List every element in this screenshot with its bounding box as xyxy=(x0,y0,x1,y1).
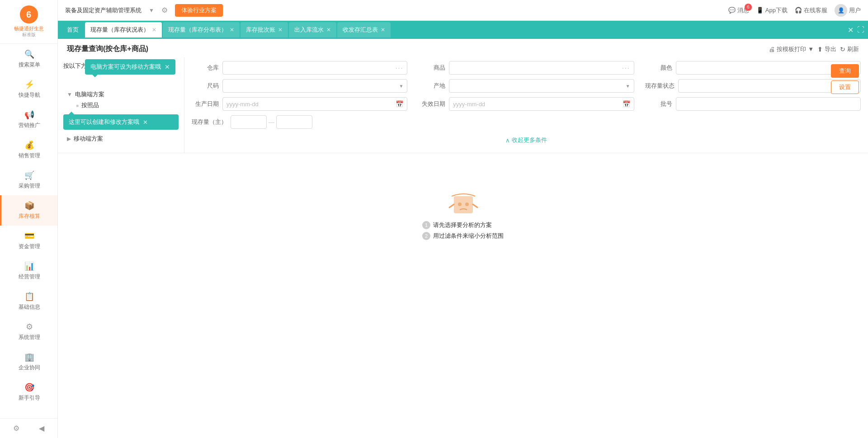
sales-icon: 💰 xyxy=(24,140,34,150)
sidebar-item-sales[interactable]: 💰 销售管理 xyxy=(0,135,57,165)
inventory-main-label: 现存量（主） xyxy=(192,118,227,126)
inventory-main-from[interactable] xyxy=(231,115,267,129)
filter-container: 按以下方案查询 + ✎ « 电脑方案可设为移动方案哦 ✕ xyxy=(58,54,868,153)
filter-color-row: 颜色 ▼ xyxy=(645,61,861,75)
scheme-tooltip2: 这里可以创建和修改方案哦 ✕ xyxy=(63,114,179,130)
filter-batch-row: 批号 xyxy=(645,97,861,111)
industry-btn[interactable]: 体验行业方案 xyxy=(175,4,223,17)
size-dropdown-icon: ▼ xyxy=(399,84,403,89)
filter-grid: 仓库 ··· 商品 ··· xyxy=(192,61,861,129)
reset-button[interactable]: 设置 xyxy=(831,80,859,94)
settings-icon[interactable]: ⚙ xyxy=(161,6,168,14)
tab-batch-account[interactable]: 库存批次账 ✕ xyxy=(241,22,288,38)
logo-icon: 6 xyxy=(20,5,38,24)
sidebar-settings-icon[interactable]: ⚙ xyxy=(13,424,19,433)
tab-close-batch-account[interactable]: ✕ xyxy=(278,27,283,33)
tooltip2-arrow xyxy=(69,112,74,114)
inventory-main-range: — xyxy=(231,115,407,129)
tab-inventory-status[interactable]: 现存量（库存状况表） ✕ xyxy=(85,22,162,38)
tab-collect-send[interactable]: 收发存汇总表 ✕ xyxy=(337,22,391,38)
sidebar-item-enterprise[interactable]: 🏢 企业协同 xyxy=(0,347,57,377)
tab-home[interactable]: 首页 xyxy=(61,23,84,37)
scheme-item-mobile-wrapper: ▶ 移动端方案 xyxy=(63,133,179,144)
marketing-icon: 📢 xyxy=(24,110,34,120)
basic-info-icon: 📋 xyxy=(24,292,34,301)
scheme-item-pc[interactable]: ▼ 电脑端方案 xyxy=(67,89,179,100)
expiry-date-input[interactable]: yyyy-mm-dd 📅 xyxy=(449,97,634,111)
search-button[interactable]: 查询 xyxy=(831,64,859,78)
warehouse-dots: ··· xyxy=(396,64,404,71)
inventory-main-to[interactable] xyxy=(276,115,312,129)
tab-close-collect-send[interactable]: ✕ xyxy=(381,27,385,33)
collapse-btn[interactable]: ∧ 收起更多条件 xyxy=(192,132,861,148)
goods-label: 商品 xyxy=(418,64,445,72)
refresh-btn[interactable]: ↻ 刷新 xyxy=(840,45,859,53)
tab-in-out-flow[interactable]: 出入库流水 ✕ xyxy=(289,22,336,38)
sidebar-collapse-icon[interactable]: ◀ xyxy=(39,424,44,433)
empty-tips: 1 请先选择要分析的方案 2 用过滤条件来缩小分析范围 xyxy=(422,221,504,240)
sidebar-bottom: ⚙ ◀ xyxy=(0,418,57,438)
tab-close-inventory-dist[interactable]: ✕ xyxy=(230,27,234,33)
goods-input[interactable]: ··· xyxy=(449,61,634,75)
batch-label: 批号 xyxy=(645,100,672,108)
expiry-date-placeholder: yyyy-mm-dd xyxy=(453,101,485,108)
tab-inventory-dist[interactable]: 现存量（库存分布表） ✕ xyxy=(163,22,240,38)
pc-expand-icon: ▼ xyxy=(67,91,72,98)
tab-close-inventory-status[interactable]: ✕ xyxy=(152,27,156,33)
online-service-btn[interactable]: 🎧 在线客服 xyxy=(795,6,827,14)
filter-warehouse-row: 仓库 ··· xyxy=(192,61,407,75)
production-date-icon: 📅 xyxy=(396,100,403,108)
tab-close-in-out-flow[interactable]: ✕ xyxy=(326,27,331,33)
message-icon: 💬 xyxy=(728,7,736,14)
user-btn[interactable]: 👤 用户 xyxy=(835,4,861,17)
user-avatar: 👤 xyxy=(835,4,847,17)
empty-state: 1 请先选择要分析的方案 2 用过滤条件来缩小分析范围 xyxy=(58,153,868,267)
expiry-date-icon: 📅 xyxy=(623,100,630,108)
svg-line-3 xyxy=(449,204,454,207)
production-date-label: 生产日期 xyxy=(192,100,219,108)
svg-rect-0 xyxy=(454,196,473,213)
logo-area: 6 畅捷通好生意 标准版 xyxy=(0,0,57,44)
print-dropdown-icon[interactable]: ▼ xyxy=(808,46,814,52)
production-date-placeholder: yyyy-mm-dd xyxy=(226,101,259,108)
sidebar-item-search-menu[interactable]: 🔍 搜索菜单 xyxy=(0,44,57,74)
empty-tip-1: 1 请先选择要分析的方案 xyxy=(422,221,504,229)
filter-size-row: 尺码 ▼ xyxy=(192,79,407,93)
guide-icon: 🎯 xyxy=(24,382,34,392)
sidebar-item-purchase[interactable]: 🛒 采购管理 xyxy=(0,165,57,195)
scheme-item-pc-all[interactable]: ■ 按照品 xyxy=(76,100,179,111)
sidebar-item-finance[interactable]: 💳 资金管理 xyxy=(0,226,57,256)
sidebar-item-guide[interactable]: 🎯 新手引导 xyxy=(0,377,57,407)
batch-input[interactable] xyxy=(676,97,861,111)
sidebar-item-inventory[interactable]: 📦 库存核算 xyxy=(0,195,57,226)
filter-goods-row: 商品 ··· xyxy=(418,61,634,75)
print-btn[interactable]: 🖨 按模板打印 ▼ xyxy=(769,45,814,53)
sidebar-item-system[interactable]: ⚙ 系统管理 xyxy=(0,316,57,347)
goods-dots: ··· xyxy=(622,64,630,71)
export-btn[interactable]: ⬆ 导出 xyxy=(817,45,836,53)
page-header: 现存量查询(按仓库+商品) 🖨 按模板打印 ▼ ⬆ 导出 ↻ 刷新 xyxy=(58,39,868,54)
print-icon: 🖨 xyxy=(769,46,775,53)
range-separator: — xyxy=(269,119,274,126)
filter-inventory-status-row: 现存量状态 ▼ xyxy=(645,79,861,93)
tooltip1-close[interactable]: ✕ xyxy=(165,63,170,71)
sidebar-item-basic-info[interactable]: 📋 基础信息 xyxy=(0,286,57,316)
sidebar-item-marketing[interactable]: 📢 营销推广 xyxy=(0,104,57,135)
sidebar-item-operations[interactable]: 📊 经营管理 xyxy=(0,256,57,286)
warehouse-select[interactable]: ··· xyxy=(222,61,407,75)
origin-select[interactable]: ▼ xyxy=(449,79,634,93)
tab-fullscreen-icon[interactable]: ⛶ xyxy=(857,26,864,34)
scheme-item-mobile[interactable]: ▶ 移动端方案 xyxy=(67,133,179,144)
tooltip2-area: 这里可以创建和修改方案哦 ✕ xyxy=(63,114,179,130)
app-download-btn[interactable]: 📱 App下载 xyxy=(756,6,788,14)
filter-expiry-date-row: 失效日期 yyyy-mm-dd 📅 xyxy=(418,97,634,111)
system-dropdown-icon[interactable]: ▼ xyxy=(149,7,154,14)
tooltip2-close[interactable]: ✕ xyxy=(143,119,148,126)
size-select[interactable]: ▼ xyxy=(222,79,407,93)
mobile-expand-icon: ▶ xyxy=(67,136,71,142)
message-btn[interactable]: 💬 消息 6 xyxy=(728,6,749,14)
production-date-input[interactable]: yyyy-mm-dd 📅 xyxy=(222,97,407,111)
tab-close-all-icon[interactable]: ✕ xyxy=(848,26,854,34)
sidebar-item-quick-nav[interactable]: ⚡ 快捷导航 xyxy=(0,74,57,104)
origin-label: 产地 xyxy=(418,82,445,90)
